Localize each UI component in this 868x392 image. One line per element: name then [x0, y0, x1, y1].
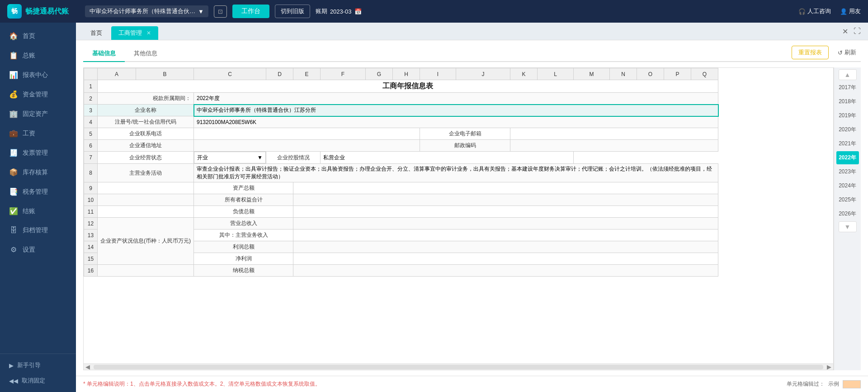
cell-16-e[interactable]	[293, 265, 718, 277]
year-item-2017[interactable]: 2017年	[836, 81, 859, 94]
cell-7-c[interactable]: 开业 ▼	[194, 152, 266, 163]
col-header-P[interactable]: P	[664, 68, 691, 80]
spreadsheet-container[interactable]: A B C D E F G H I J	[84, 68, 833, 363]
year-item-2026[interactable]: 2026年	[836, 207, 859, 220]
calendar-icon[interactable]: 📅	[354, 8, 362, 15]
col-header-L[interactable]: L	[538, 68, 574, 80]
cell-7-l[interactable]: 私营企业	[321, 152, 574, 164]
dropdown-arrow[interactable]: ▼	[257, 154, 263, 161]
cell-9-e[interactable]	[293, 182, 718, 194]
year-item-2022[interactable]: 2022年	[836, 151, 859, 164]
cell-5-c[interactable]	[194, 128, 420, 140]
sidebar-item-funds[interactable]: 💰 资金管理	[0, 85, 76, 104]
table-row: 2 税款所属期间： 2022年度	[84, 93, 718, 105]
col-header-K[interactable]: K	[510, 68, 538, 80]
sub-tab-basic[interactable]: 基础信息	[83, 46, 125, 62]
year-item-2020[interactable]: 2020年	[836, 123, 859, 136]
cell-8-c[interactable]: 审查企业会计报表；出具审计报告；验证企业资本；出具验资报告；办理企业合开、分立、…	[194, 164, 718, 182]
col-header-D[interactable]: D	[266, 68, 293, 80]
cell-12-ab: 企业资产状况信息(币种：人民币万元)	[98, 218, 194, 265]
table-row: 9 资产总额	[84, 182, 718, 194]
col-header-O[interactable]: O	[637, 68, 664, 80]
sidebar-item-settings[interactable]: ⚙ 设置	[0, 240, 76, 259]
bottom-bar: * 单元格编辑说明：1、点击单元格直接录入数值或文本。2、清空单元格数值或文本恢…	[76, 376, 868, 392]
year-item-2024[interactable]: 2024年	[836, 179, 859, 192]
refresh-button[interactable]: ↺ 刷新	[833, 46, 861, 59]
sidebar-item-ledger[interactable]: 📋 总账	[0, 46, 76, 65]
cell-6-l[interactable]	[510, 140, 718, 152]
col-header-M[interactable]: M	[574, 68, 610, 80]
business-status-value: 开业	[197, 154, 208, 162]
col-header-I[interactable]: I	[420, 68, 456, 80]
row-num-3: 3	[84, 105, 98, 116]
sidebar-item-reports[interactable]: 📊 报表中心	[0, 65, 76, 85]
col-header-F[interactable]: F	[321, 68, 366, 80]
sidebar-item-newbie[interactable]: ▶ 新手引导	[0, 358, 76, 373]
tab-gongshang[interactable]: 工商管理 ✕	[111, 26, 158, 40]
cell-5-l[interactable]	[510, 128, 718, 140]
col-header-A[interactable]: A	[98, 68, 136, 80]
col-header-H[interactable]: H	[393, 68, 420, 80]
year-item-2021[interactable]: 2021年	[836, 137, 859, 150]
refresh-label: 刷新	[844, 48, 856, 57]
h-scroll-bar[interactable]: ◀ ▶	[84, 363, 833, 370]
row-num-9: 9	[84, 182, 98, 194]
year-item-2025[interactable]: 2025年	[836, 193, 859, 206]
reset-report-button[interactable]: 重置报表	[792, 46, 829, 59]
scroll-right-btn[interactable]: ▶	[825, 363, 833, 370]
consult-label: 人工咨询	[807, 7, 831, 15]
cell-6-c[interactable]	[194, 140, 420, 152]
copy-button[interactable]: ⊡	[214, 5, 227, 18]
col-header-E[interactable]: E	[293, 68, 321, 80]
year-item-2018[interactable]: 2018年	[836, 95, 859, 108]
col-header-N[interactable]: N	[610, 68, 637, 80]
consult-button[interactable]: 🎧 人工咨询	[798, 7, 831, 15]
year-item-2023[interactable]: 2023年	[836, 165, 859, 178]
top-header: 畅 畅捷通易代账 中审众环会计师事务所（特殊普通合伙… ▼ ⊡ 工作台 切到旧版…	[0, 0, 868, 23]
cell-4-c[interactable]: 91320100MA208E5W6K	[194, 116, 718, 128]
expand-window-btn[interactable]: ⛶	[854, 27, 861, 35]
user-area[interactable]: 👤 用友	[840, 7, 861, 15]
sheet-and-panel: A B C D E F G H I J	[83, 67, 861, 370]
company-selector[interactable]: 中审众环会计师事务所（特殊普通合伙… ▼	[85, 5, 208, 17]
sidebar-item-inventory[interactable]: 📦 库存核算	[0, 163, 76, 182]
invoice-icon: 🧾	[9, 148, 18, 157]
cell-11-e[interactable]	[293, 206, 718, 218]
col-header-B[interactable]: B	[136, 68, 194, 80]
year-item-2019[interactable]: 2019年	[836, 109, 859, 122]
year-nav-up[interactable]: ▲	[839, 69, 857, 80]
example-label: 示例	[828, 380, 839, 388]
tab-home[interactable]: 首页	[83, 26, 109, 40]
cell-12-e[interactable]	[293, 218, 718, 229]
sidebar-item-unpin[interactable]: ◀◀ 取消固定	[0, 373, 76, 388]
sidebar-item-settle[interactable]: ✅ 结账	[0, 201, 76, 221]
sidebar-item-invoice[interactable]: 🧾 发票管理	[0, 143, 76, 163]
workbench-button[interactable]: 工作台	[232, 5, 269, 18]
cell-13-e[interactable]	[293, 229, 718, 241]
tab-close-icon[interactable]: ✕	[146, 30, 151, 36]
col-header-G[interactable]: G	[366, 68, 393, 80]
sidebar-item-archive[interactable]: 🗄 归档管理	[0, 221, 76, 240]
cell-10-e[interactable]	[293, 194, 718, 206]
table-row: 8 主营业务活动 审查企业会计报表；出具审计报告；验证企业资本；出具验资报告；办…	[84, 164, 718, 182]
sidebar-item-tax[interactable]: 📑 税务管理	[0, 182, 76, 201]
cell-3-c[interactable]: 中审众环会计师事务所（特殊普通合伙）江苏分所	[194, 105, 718, 116]
h-scroll-inner[interactable]	[94, 365, 823, 369]
sidebar-item-payroll[interactable]: 💼 工资	[0, 124, 76, 143]
cell-15-e[interactable]	[293, 253, 718, 265]
col-header-Q[interactable]: Q	[691, 68, 718, 80]
sidebar-item-assets[interactable]: 🏢 固定资产	[0, 104, 76, 124]
col-header-J[interactable]: J	[456, 68, 510, 80]
sidebar-item-home[interactable]: 🏠 首页	[0, 26, 76, 46]
close-window-btn[interactable]: ✕	[842, 27, 848, 36]
cell-title[interactable]: 工商年报信息表	[98, 80, 718, 93]
cell-12-c: 营业总收入	[194, 218, 293, 229]
col-header-C[interactable]: C	[194, 68, 266, 80]
year-nav-down[interactable]: ▼	[839, 221, 857, 232]
scroll-left-btn[interactable]: ◀	[84, 363, 92, 370]
old-version-button[interactable]: 切到旧版	[275, 5, 310, 18]
sub-tab-other[interactable]: 其他信息	[125, 46, 166, 62]
sub-tab-basic-label: 基础信息	[92, 50, 116, 57]
cell-2-c[interactable]: 2022年度	[194, 93, 718, 105]
cell-14-e[interactable]	[293, 241, 718, 253]
